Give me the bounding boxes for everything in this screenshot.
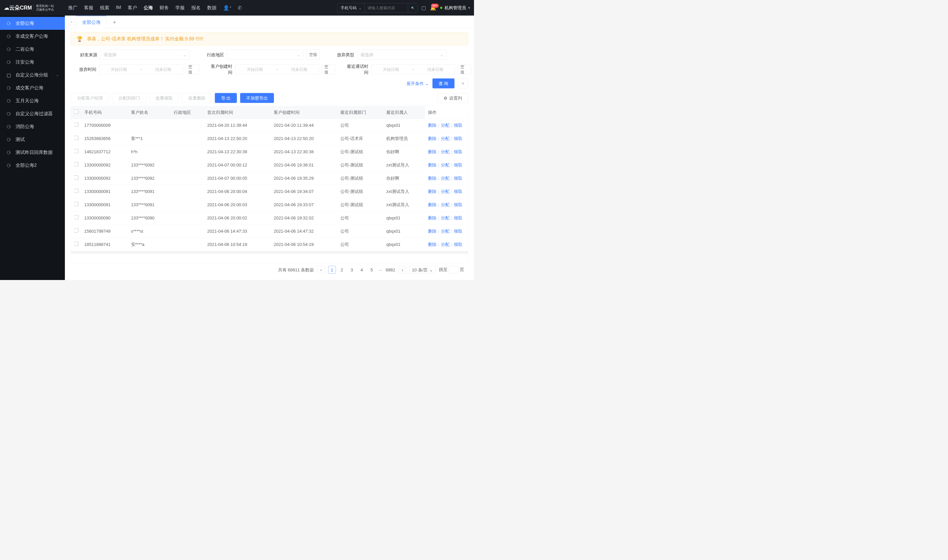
row-action-删除[interactable]: 删除 [428, 149, 437, 154]
filter-empty-button[interactable]: 空值 [306, 50, 320, 60]
filter-empty-button[interactable]: 空值 [322, 65, 335, 74]
row-action-领取[interactable]: 领取 [454, 149, 462, 154]
filter-date-range[interactable]: 开始日期~结束日期 [371, 65, 454, 74]
row-action-领取[interactable]: 领取 [454, 215, 462, 220]
search-type-select[interactable]: 手机号码⌄ [338, 3, 365, 12]
row-checkbox[interactable] [71, 211, 82, 225]
row-action-领取[interactable]: 领取 [454, 202, 462, 207]
nav-item-3[interactable]: IM [115, 3, 122, 12]
filter-date-range[interactable]: 开始日期~结束日期 [235, 65, 319, 74]
row-action-分配[interactable]: 分配 [441, 123, 449, 128]
filter-select[interactable]: ⌄ [227, 50, 303, 60]
row-action-分配[interactable]: 分配 [441, 136, 449, 141]
row-action-领取[interactable]: 领取 [454, 163, 462, 168]
nav-item-2[interactable]: 线索 [99, 3, 110, 12]
sidebar-item-3[interactable]: ⚆注安公海 [0, 55, 65, 69]
nav-item-6[interactable]: 财务 [159, 3, 169, 12]
row-action-分配[interactable]: 分配 [441, 176, 449, 181]
assign-dept-button[interactable]: 分配到部门 [112, 93, 146, 103]
mobile-icon[interactable]: ▢ [422, 5, 426, 11]
row-action-领取[interactable]: 领取 [454, 229, 462, 234]
batch-claim-button[interactable]: 批量领取 [149, 93, 179, 103]
row-checkbox[interactable] [71, 171, 82, 185]
tab-active[interactable]: 全部公海 [76, 16, 106, 28]
select-all-checkbox[interactable] [71, 106, 82, 119]
search-button[interactable]: 查 询 [432, 78, 454, 88]
search-icon[interactable]: 🔍 [408, 3, 417, 12]
assign-manager-button[interactable]: 分配客户经理 [71, 93, 109, 103]
next-page-button[interactable]: › [399, 266, 406, 274]
sidebar-item-5[interactable]: ⚆成交客户公海 [0, 82, 65, 94]
columns-settings-button[interactable]: ⚙设置列 [438, 93, 468, 103]
notifications-icon[interactable]: 🔔99+ [430, 5, 436, 11]
row-action-删除[interactable]: 删除 [428, 123, 437, 128]
row-checkbox[interactable] [71, 198, 82, 211]
nav-item-7[interactable]: 学服 [175, 3, 185, 12]
filter-select[interactable]: 请选择⌄ [100, 50, 190, 60]
page-jump-input[interactable] [448, 266, 459, 273]
nav-item-0[interactable]: 推广 [68, 3, 78, 12]
sidebar-item-0[interactable]: ⚆全部公海 [0, 17, 65, 30]
row-checkbox[interactable] [71, 118, 82, 132]
row-action-删除[interactable]: 删除 [428, 215, 437, 220]
nav-item-4[interactable]: 客户 [127, 3, 138, 12]
filter-select[interactable]: 请选择⌄ [357, 50, 446, 60]
page-number[interactable]: 2 [338, 266, 346, 274]
row-action-分配[interactable]: 分配 [441, 149, 449, 154]
page-number[interactable]: 3 [348, 266, 356, 274]
expand-filters-button[interactable]: 展开条件⌄ [406, 80, 429, 86]
row-action-分配[interactable]: 分配 [441, 163, 449, 168]
export-button[interactable]: 导 出 [215, 93, 237, 103]
row-action-删除[interactable]: 删除 [428, 189, 437, 194]
row-checkbox[interactable] [71, 185, 82, 198]
nav-item-8[interactable]: 报名 [191, 3, 201, 12]
sidebar-item-1[interactable]: ⚆非成交客户公海 [0, 30, 65, 43]
row-action-分配[interactable]: 分配 [441, 189, 449, 194]
row-action-删除[interactable]: 删除 [428, 176, 437, 181]
row-action-删除[interactable]: 删除 [428, 163, 437, 168]
nav-item-1[interactable]: 客服 [83, 3, 94, 12]
row-action-分配[interactable]: 分配 [441, 215, 449, 220]
prev-page-button[interactable]: ‹ [317, 266, 325, 274]
row-action-分配[interactable]: 分配 [441, 202, 449, 207]
last-page-button[interactable]: 6882 [386, 266, 395, 274]
search-input[interactable] [365, 3, 408, 12]
refresh-icon[interactable]: ↻ [458, 78, 468, 88]
batch-delete-button[interactable]: 批量删除 [182, 93, 211, 103]
row-action-领取[interactable]: 领取 [454, 176, 462, 181]
row-action-领取[interactable]: 领取 [454, 189, 462, 194]
row-action-分配[interactable]: 分配 [441, 242, 449, 247]
filter-empty-button[interactable]: 空值 [186, 65, 199, 74]
row-checkbox[interactable] [71, 132, 82, 145]
sidebar-item-6[interactable]: ⚆五月天公海 [0, 94, 65, 107]
filter-date-range[interactable]: 开始日期~结束日期 [99, 65, 182, 74]
row-action-删除[interactable]: 删除 [428, 136, 437, 141]
sidebar-item-4[interactable]: ▢自定义公海分组⌄ [0, 69, 65, 82]
row-action-删除[interactable]: 删除 [428, 202, 437, 207]
row-action-领取[interactable]: 领取 [454, 123, 462, 128]
row-checkbox[interactable] [71, 145, 82, 158]
horizontal-scrollbar[interactable] [71, 251, 468, 254]
sidebar-item-2[interactable]: ⚆二咨公海 [0, 43, 65, 55]
nav-item-5[interactable]: 公海 [143, 3, 154, 12]
page-number[interactable]: 1 [328, 266, 335, 274]
sidebar-item-8[interactable]: ⚆消防公海 [0, 120, 65, 133]
page-number[interactable]: 4 [358, 266, 365, 274]
sidebar-item-11[interactable]: ⚆全部公海2 [0, 159, 65, 172]
page-number[interactable]: 5 [368, 266, 376, 274]
row-action-领取[interactable]: 领取 [454, 136, 462, 141]
tab-add-button[interactable]: ＋ [108, 18, 121, 26]
sidebar-item-7[interactable]: ⚆自定义公海过滤器 [0, 107, 65, 120]
row-action-分配[interactable]: 分配 [441, 229, 449, 234]
row-action-删除[interactable]: 删除 [428, 242, 437, 247]
row-checkbox[interactable] [71, 158, 82, 171]
export-plain-button[interactable]: 不加密导出 [240, 93, 274, 103]
user-menu[interactable]: 机构管理员 ▾ [440, 5, 470, 11]
row-checkbox[interactable] [71, 238, 82, 251]
add-user-icon[interactable]: 👤⁺ [223, 5, 232, 11]
row-checkbox[interactable] [71, 225, 82, 238]
phone-icon[interactable]: ✆ [238, 5, 242, 11]
row-action-删除[interactable]: 删除 [428, 229, 437, 234]
page-size-select[interactable]: 10 条/页⌄ [409, 266, 436, 274]
filter-empty-button[interactable]: 空值 [458, 65, 471, 74]
